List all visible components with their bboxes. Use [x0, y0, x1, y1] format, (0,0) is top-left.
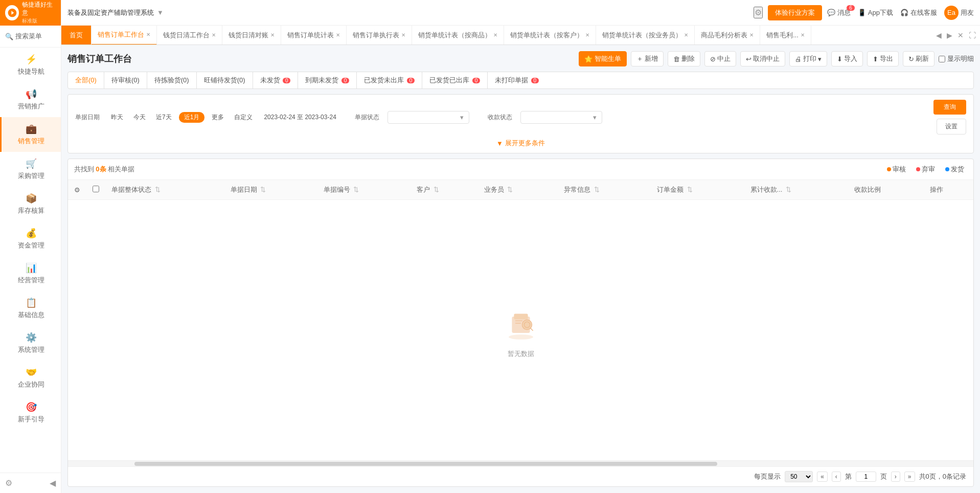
tab-gross-profit[interactable]: 商品毛利分析表 ✕	[695, 26, 760, 45]
exception-sort-icon[interactable]: ⇅	[594, 186, 600, 193]
date-opt-custom[interactable]: 自定义	[231, 112, 256, 123]
sidebar-item-operation[interactable]: 📊 经营管理	[0, 256, 61, 291]
tab-sales-summary-staff[interactable]: 销货单统计表（按业务员） ✕	[596, 26, 695, 45]
delete-button[interactable]: 🗑 删除	[668, 51, 700, 66]
sidebar-item-finance[interactable]: 💰 资金管理	[0, 221, 61, 256]
tab-sales-stat-close[interactable]: ✕	[336, 32, 340, 38]
cancel-stop-button[interactable]: ↩ 取消中止	[740, 51, 785, 66]
tab-gross-profit-close[interactable]: ✕	[749, 32, 754, 38]
expand-filter-button[interactable]: ▼ 展开更多条件	[496, 139, 545, 148]
set-button[interactable]: 设置	[937, 119, 966, 135]
sub-tab-not-printed[interactable]: 未打印单据 0	[488, 72, 546, 88]
export-button[interactable]: ⬆ 导出	[867, 51, 899, 66]
search-menu-button[interactable]: 🔍 搜索菜单	[3, 30, 58, 43]
sub-tab-pending-check[interactable]: 待拣验货(0)	[147, 72, 197, 88]
page-last-button[interactable]: »	[904, 472, 915, 482]
tab-sales-exec[interactable]: 销售订单执行表 ✕	[347, 26, 412, 45]
customer-sort-icon[interactable]: ⇅	[434, 186, 439, 193]
sub-tab-shipped-not-out[interactable]: 已发货未出库 0	[357, 72, 422, 88]
tab-sales-more-close[interactable]: ✕	[801, 32, 805, 38]
sidebar-item-purchase[interactable]: 🛒 采购管理	[0, 152, 61, 187]
sidebar-item-guide[interactable]: 🎯 新手引导	[0, 395, 61, 430]
tab-sales-summary-product[interactable]: 销货单统计表（按商品） ✕	[412, 26, 504, 45]
page-first-button[interactable]: «	[817, 472, 828, 482]
sidebar-item-marketing[interactable]: 📢 营销推广	[0, 82, 61, 117]
tabs-next-button[interactable]: ▶	[945, 30, 954, 40]
sub-tab-all[interactable]: 全部(0)	[68, 72, 104, 88]
app-download-item[interactable]: 📱 App下载	[858, 8, 893, 17]
sidebar-item-inventory[interactable]: 📦 库存核算	[0, 187, 61, 221]
stop-button[interactable]: ⊘ 中止	[704, 51, 736, 66]
tab-cash-reconcile-close[interactable]: ✕	[270, 32, 275, 38]
message-item[interactable]: 💬 消息 6	[827, 8, 851, 17]
print-button[interactable]: 🖨 打印 ▾	[789, 51, 827, 66]
tabs-close-button[interactable]: ✕	[955, 30, 966, 40]
logo: 畅捷通好生意 标准版	[0, 0, 61, 26]
tabs-nav: ◀ ▶ ✕ ⛶	[932, 30, 980, 40]
online-service-item[interactable]: 🎧 在线客服	[900, 8, 937, 17]
sidebar-item-enterprise[interactable]: 🤝 企业协同	[0, 361, 61, 395]
date-opt-yesterday[interactable]: 昨天	[108, 112, 126, 123]
col-settings[interactable]: ⚙	[68, 180, 86, 200]
sidebar-item-quick-nav[interactable]: ⚡ 快捷导航	[0, 48, 61, 82]
select-all-checkbox[interactable]	[93, 186, 99, 192]
tabs-fullscreen-button[interactable]: ⛶	[967, 30, 978, 40]
tab-sales-more[interactable]: 销售毛利... ✕	[760, 26, 811, 45]
staff-sort-icon[interactable]: ⇅	[507, 186, 513, 193]
tab-home[interactable]: 首页	[61, 26, 92, 45]
tab-sales-workbench[interactable]: 销售订单工作台 ✕	[92, 26, 157, 45]
sub-tab-wangpu[interactable]: 旺铺待发货(0)	[197, 72, 253, 88]
per-page-select[interactable]: 50 100 200	[785, 471, 813, 482]
detail-checkbox[interactable]	[939, 56, 945, 62]
detail-checkbox-label[interactable]: 显示明细	[939, 54, 974, 63]
topbar-dropdown-arrow[interactable]: ▼	[157, 9, 164, 16]
tab-sales-workbench-close[interactable]: ✕	[146, 32, 150, 37]
tab-summary-product-close[interactable]: ✕	[493, 32, 497, 38]
horizontal-scrollbar[interactable]	[68, 460, 973, 466]
review-action-button[interactable]: 审核	[884, 163, 909, 175]
cancel-review-action-button[interactable]: 弃审	[913, 163, 938, 175]
tab-cash-reconcile[interactable]: 钱货日清对账 ✕	[222, 26, 281, 45]
scroll-thumb[interactable]	[134, 462, 717, 466]
page-prev-button[interactable]: ‹	[832, 472, 841, 482]
query-button[interactable]: 查询	[933, 100, 966, 115]
number-sort-icon[interactable]: ⇅	[353, 186, 359, 193]
date-opt-more[interactable]: 更多	[209, 112, 227, 123]
status-sort-icon[interactable]: ⇅	[155, 186, 161, 193]
smart-create-button[interactable]: ⭐ 智能生单	[579, 51, 627, 66]
add-button[interactable]: ＋ 新增	[631, 51, 664, 66]
sub-tab-not-shipped[interactable]: 未发货 0	[253, 72, 299, 88]
ship-action-button[interactable]: 发货	[942, 163, 967, 175]
amount-sort-icon[interactable]: ⇅	[687, 186, 693, 193]
topbar-settings-button[interactable]: ⚙	[754, 7, 763, 18]
tab-summary-staff-close[interactable]: ✕	[684, 32, 688, 38]
date-opt-today[interactable]: 今天	[130, 112, 149, 123]
status-select[interactable]: ▾	[388, 111, 469, 124]
tab-sales-summary-customer[interactable]: 销货单统计表（按客户） ✕	[504, 26, 596, 45]
tab-cash-daily-close[interactable]: ✕	[212, 32, 216, 38]
date-sort-icon[interactable]: ⇅	[260, 186, 266, 193]
sub-tab-shipped-out[interactable]: 已发货已出库 0	[422, 72, 488, 88]
page-next-button[interactable]: ›	[891, 472, 900, 482]
collapse-button[interactable]: ◀	[50, 478, 56, 488]
sidebar-item-system[interactable]: ⚙️ 系统管理	[0, 326, 61, 361]
tab-cash-daily[interactable]: 钱货日清工作台 ✕	[157, 26, 222, 45]
tab-sales-exec-close[interactable]: ✕	[401, 32, 405, 38]
collected-sort-icon[interactable]: ⇅	[786, 186, 791, 193]
date-opt-7days[interactable]: 近7天	[153, 112, 175, 123]
import-button[interactable]: ⬇ 导入	[831, 51, 863, 66]
page-input[interactable]	[856, 472, 876, 482]
solution-button[interactable]: 体验行业方案	[768, 5, 822, 20]
tabs-prev-button[interactable]: ◀	[934, 30, 944, 40]
refresh-button[interactable]: ↻ 刷新	[903, 51, 935, 66]
tab-sales-stat[interactable]: 销售订单统计表 ✕	[281, 26, 347, 45]
settings-bottom-button[interactable]: ⚙	[5, 478, 12, 488]
sub-tab-expired-not-shipped[interactable]: 到期未发货 0	[298, 72, 357, 88]
user-item[interactable]: Ea 用友	[944, 6, 974, 20]
sidebar-item-sales[interactable]: 💼 销售管理	[0, 117, 61, 152]
date-opt-1month[interactable]: 近1月	[179, 112, 205, 123]
tab-summary-customer-close[interactable]: ✕	[585, 32, 589, 38]
sub-tab-pending-review[interactable]: 待审核(0)	[104, 72, 147, 88]
sidebar-item-basic[interactable]: 📋 基础信息	[0, 291, 61, 326]
payment-select[interactable]: ▾	[520, 111, 602, 124]
